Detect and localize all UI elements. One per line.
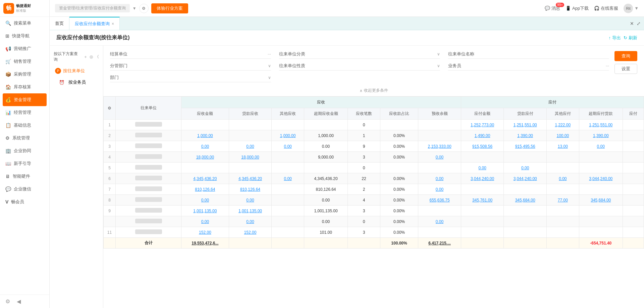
- filter-arrow-bumon[interactable]: ∨: [268, 75, 271, 80]
- maximize-icon[interactable]: ⤢: [637, 21, 641, 26]
- add-scheme-btn[interactable]: ＋: [84, 54, 88, 60]
- table-cell-link[interactable]: 1,251,551.00: [579, 120, 623, 130]
- export-btn[interactable]: ↑ 导出: [609, 35, 621, 41]
- table-cell-link[interactable]: 345,684.00: [579, 195, 623, 206]
- filter-arrow-category[interactable]: ∨: [437, 52, 440, 56]
- table-cell-link[interactable]: 1,390.00: [579, 130, 623, 141]
- table-cell-link[interactable]: 1,222.00: [546, 120, 579, 130]
- table-cell-link[interactable]: 810,126.64: [181, 184, 229, 195]
- table-cell-link[interactable]: 345,761.00: [461, 195, 504, 206]
- th-ap-tail: 应付: [623, 108, 644, 120]
- table-cell-link[interactable]: 0.00: [229, 141, 272, 152]
- table-cell-link[interactable]: 0.00: [418, 216, 461, 227]
- table-cell-link[interactable]: 915,495.56: [504, 141, 547, 152]
- footer-ar-total[interactable]: 19,553,472,6...: [181, 238, 229, 249]
- table-cell-link[interactable]: 1,001,135.00: [229, 206, 272, 216]
- table-cell-link[interactable]: 0.00: [272, 173, 304, 184]
- table-cell-link[interactable]: 345,684.00: [504, 195, 547, 206]
- sidebar-item-sales[interactable]: 🛒 销售管理: [0, 55, 49, 68]
- table-cell-link[interactable]: 810,126.64: [229, 184, 272, 195]
- collapse-panel-icon[interactable]: 《: [95, 54, 99, 60]
- table-cell-link[interactable]: 915,508.56: [461, 141, 504, 152]
- table-cell-link[interactable]: 1,252,773.00: [461, 120, 504, 130]
- online-service[interactable]: 🎧 在线客服: [594, 5, 618, 11]
- sidebar-item-wechat[interactable]: 💬 企业微信: [0, 183, 49, 195]
- table-cell-link[interactable]: 0.00: [181, 195, 229, 206]
- sidebar-item-marketing[interactable]: 📢 营销推广: [0, 42, 49, 55]
- collapse-bar[interactable]: ∧ 收起更多条件: [103, 85, 644, 96]
- table-cell-link[interactable]: 3,044,240.00: [504, 173, 547, 184]
- app-download[interactable]: 📱 App下载: [566, 5, 589, 11]
- table-cell-link[interactable]: 2,153,333.00: [418, 141, 461, 152]
- sidebar-item-system[interactable]: ⚙ 系统管理: [0, 132, 49, 144]
- table-cell-link[interactable]: 0.00: [181, 216, 229, 227]
- topbar-gear-button[interactable]: ⚙: [139, 4, 149, 13]
- filter-arrow-dept[interactable]: ∨: [268, 63, 271, 68]
- table-cell-link[interactable]: 0.00: [418, 152, 461, 163]
- table-cell-empty: [304, 120, 347, 130]
- caret-down-icon[interactable]: ▼: [132, 6, 137, 11]
- sidebar-item-finance[interactable]: 💰 资金管理: [3, 93, 47, 106]
- table-cell-link[interactable]: 1,001,135.00: [181, 206, 229, 216]
- table-cell-link[interactable]: 152.00: [181, 227, 229, 238]
- setting-button[interactable]: 设置: [614, 64, 637, 74]
- sidebar-item-purchase[interactable]: 📦 采购管理: [0, 68, 49, 81]
- table-cell-link[interactable]: 1,000.00: [181, 130, 229, 141]
- tab-close-icon[interactable]: ×: [112, 21, 114, 26]
- table-cell-link[interactable]: 0.00: [181, 141, 229, 152]
- close-window-icon[interactable]: ✕: [630, 21, 634, 26]
- query-by-partner[interactable]: P 按往来单位: [50, 65, 103, 77]
- sidebar-item-search[interactable]: 🔍 搜索菜单: [0, 17, 49, 30]
- filter-arrow-nature[interactable]: ∨: [437, 63, 440, 68]
- table-cell-link[interactable]: 3,044,240.00: [461, 173, 504, 184]
- table-cell-link[interactable]: 13.00: [546, 141, 579, 152]
- sidebar-item-hardware[interactable]: 🖥 智能硬件: [0, 170, 49, 183]
- table-cell-link[interactable]: 77.00: [546, 195, 579, 206]
- table-cell-link[interactable]: 18,000.00: [229, 152, 272, 163]
- table-cell-link[interactable]: 3,044,240.00: [579, 173, 623, 184]
- tab-home[interactable]: 首页: [50, 17, 69, 30]
- query-by-staff[interactable]: ⏰ 按业务员: [50, 77, 103, 88]
- table-cell-link[interactable]: 0.00: [229, 216, 272, 227]
- sidebar-item-basic[interactable]: 📋 基础信息: [0, 119, 49, 132]
- table-cell-link[interactable]: 0.00: [546, 173, 579, 184]
- table-cell-link[interactable]: 0.00: [272, 141, 304, 152]
- footer-ar-advance[interactable]: 6,417,215....: [418, 238, 461, 249]
- collapse-icon[interactable]: ◀: [17, 298, 21, 305]
- table-cell-link[interactable]: 0.00: [229, 195, 272, 206]
- notification-area[interactable]: 💬 消息 99+: [545, 5, 560, 11]
- table-cell-link[interactable]: 1,251,551.00: [504, 120, 547, 130]
- table-cell-link[interactable]: 18,000.00: [181, 152, 229, 163]
- sidebar-item-member[interactable]: V 畅会员: [0, 195, 49, 208]
- table-cell-link[interactable]: 100.00: [546, 130, 579, 141]
- table-cell-link[interactable]: 0.00: [461, 163, 504, 173]
- table-cell-link[interactable]: 0.00: [579, 141, 623, 152]
- table-cell-link[interactable]: 4,345,436.20: [229, 173, 272, 184]
- sidebar-item-inventory[interactable]: 🏠 库存核算: [0, 81, 49, 93]
- sidebar-item-quicknav[interactable]: ⊞ 快捷导航: [0, 30, 49, 42]
- table-cell-empty: [623, 141, 644, 152]
- sidebar-item-operation[interactable]: 📊 经营管理: [0, 106, 49, 119]
- table-cell-link[interactable]: 4,345,436.20: [181, 173, 229, 184]
- table-settings-icon[interactable]: ⚙: [108, 106, 111, 111]
- table-cell-link[interactable]: 0.00: [504, 163, 547, 173]
- table-cell-link[interactable]: 0.00: [418, 184, 461, 195]
- chevron-up-icon: ∧: [360, 88, 363, 93]
- th-settings[interactable]: ⚙: [104, 97, 116, 120]
- table-cell-link[interactable]: 152.00: [229, 227, 272, 238]
- settings-icon[interactable]: ⚙: [5, 298, 10, 305]
- edit-scheme-icon[interactable]: ◎: [90, 54, 93, 59]
- trial-btn[interactable]: 体验行业方案: [151, 3, 188, 13]
- table-cell-link[interactable]: 1,000.00: [272, 130, 304, 141]
- logo-icon: 畅: [3, 3, 14, 14]
- sidebar-item-guide[interactable]: 📖 新手引导: [0, 157, 49, 170]
- query-button[interactable]: 查询: [614, 51, 637, 61]
- table-cell-link[interactable]: 655,636.75: [418, 195, 461, 206]
- tab-arbalance[interactable]: 应收应付余额查询 ×: [69, 17, 120, 30]
- user-avatar[interactable]: Rit ▼: [624, 4, 639, 13]
- refresh-btn[interactable]: ↻ 刷新: [624, 35, 637, 41]
- table-cell-link[interactable]: 1,490.00: [461, 130, 504, 141]
- table-cell-link[interactable]: 1,390.00: [504, 130, 547, 141]
- sidebar-item-corp[interactable]: 🏢 企业协同: [0, 144, 49, 157]
- table-cell-link[interactable]: 0.00: [418, 173, 461, 184]
